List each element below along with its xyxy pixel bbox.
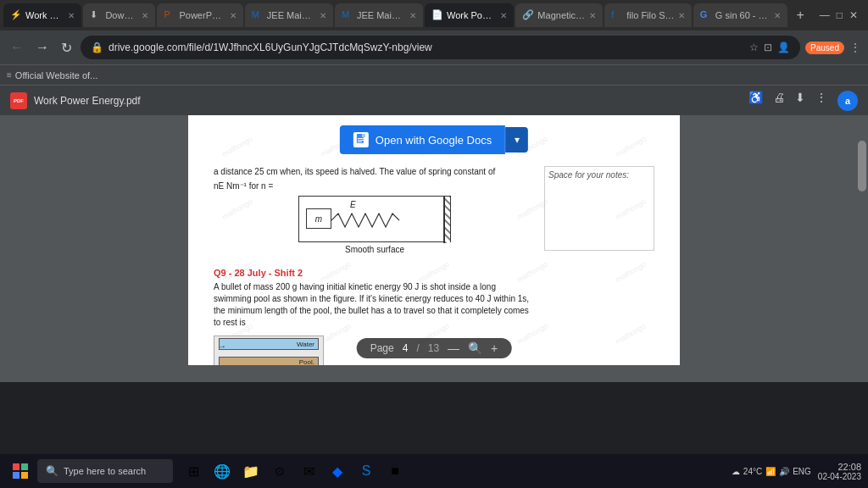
- notes-column: Space for your notes:: [544, 166, 654, 365]
- reload-button[interactable]: ↻: [58, 36, 75, 59]
- taskbar-search[interactable]: 🔍 Type here to search: [37, 459, 173, 483]
- network-icon: 📶: [765, 467, 776, 476]
- taskbar-edge[interactable]: 🌐: [209, 458, 236, 485]
- tab-close-3[interactable]: ✕: [230, 11, 236, 20]
- mass-box: m: [306, 208, 331, 229]
- tab-label-3: PowerPoint P...: [179, 10, 225, 20]
- open-gdocs-label: Open with Google Docs: [376, 134, 492, 147]
- clock-time: 22:08: [818, 462, 861, 472]
- url-bar[interactable]: 🔒 drive.google.com/file/d/1WJfhncXL6UyGu…: [81, 36, 800, 59]
- tab-close-7[interactable]: ✕: [589, 11, 596, 20]
- pool-diagram: Water Pool. →: [214, 336, 324, 365]
- tab-jee2[interactable]: M JEE Main 202... ✕: [335, 3, 423, 27]
- notes-section: Space for your notes:: [544, 166, 654, 251]
- taskbar-search-placeholder: Type here to search: [64, 466, 146, 476]
- svg-rect-1: [362, 134, 365, 137]
- download-icon[interactable]: ⬇: [795, 91, 805, 111]
- start-button[interactable]: [7, 458, 34, 485]
- pdf-content: a distance 25 cm when, its speed is halv…: [214, 132, 654, 365]
- taskbar: 🔍 Type here to search ⊞ 🌐 📁 ⊙ ✉ ◆ S ■ ☁ …: [0, 454, 868, 488]
- window-controls: — □ ✕: [813, 9, 865, 21]
- address-bar: ← → ↻ 🔒 drive.google.com/file/d/1WJfhncX…: [0, 30, 868, 64]
- tab-favicon-3: P: [164, 9, 175, 21]
- svg-rect-5: [13, 463, 19, 470]
- taskbar-app2[interactable]: ■: [381, 458, 409, 485]
- tab-label-6: Work Power E...: [447, 10, 497, 20]
- print-icon[interactable]: 🖨: [773, 91, 785, 111]
- close-button[interactable]: ✕: [849, 9, 858, 21]
- page-total: 13: [428, 342, 439, 354]
- q9-text: A bullet of mass 200 g having initial ki…: [214, 281, 536, 329]
- tab-work-power[interactable]: 📄 Work Power E... ✕: [425, 3, 514, 27]
- search-icon[interactable]: 🔍: [468, 341, 482, 355]
- q9-header: Q9 - 28 July - Shift 2: [214, 268, 536, 278]
- taskbar-dropbox[interactable]: ◆: [324, 458, 351, 485]
- new-tab-button[interactable]: +: [789, 4, 810, 26]
- google-docs-icon: [353, 132, 369, 147]
- zoom-minus-button[interactable]: —: [448, 341, 459, 355]
- pdf-main-columns: a distance 25 cm when, its speed is halv…: [214, 166, 654, 365]
- diagram-caption: Smooth surface: [345, 245, 404, 254]
- scroll-area[interactable]: mathongo mathongo mathongo mathongo math…: [0, 115, 868, 382]
- formula-line: nE Nm⁻¹ for n =: [214, 180, 536, 192]
- settings-icon[interactable]: ⋮: [849, 41, 861, 54]
- tab-close-5[interactable]: ✕: [409, 11, 416, 20]
- tab-label-4: JEE Main 202...: [267, 10, 316, 20]
- svg-rect-4: [358, 141, 362, 142]
- tab-favicon-4: M: [252, 9, 264, 21]
- tab-close-8[interactable]: ✕: [678, 11, 685, 20]
- taskbar-file-explorer[interactable]: 📁: [237, 458, 264, 485]
- open-with-google-docs-button[interactable]: Open with Google Docs: [340, 125, 505, 154]
- tab-favicon-5: M: [342, 9, 353, 21]
- tab-close-2[interactable]: ✕: [142, 11, 148, 20]
- taskbar-app1[interactable]: S: [353, 458, 380, 485]
- open-gdocs-dropdown[interactable]: ▾: [505, 127, 528, 152]
- browser-window: ⚡ Work Energy ✕ ⬇ Downloads ✕ P PowerPoi…: [0, 0, 868, 488]
- accessibility-icon[interactable]: ♿: [748, 91, 763, 111]
- tab-filo[interactable]: f filo Filo Student ✕: [604, 3, 692, 27]
- scrollbar-thumb[interactable]: [858, 141, 866, 191]
- tab-work-energy[interactable]: ⚡ Work Energy ✕: [3, 3, 81, 27]
- tab-label-7: Magnetic Effe...: [537, 10, 586, 20]
- star-icon[interactable]: ☆: [749, 42, 759, 53]
- tab-powerpoint[interactable]: P PowerPoint P... ✕: [157, 3, 242, 27]
- tab-favicon-6: 📄: [431, 9, 443, 21]
- tab-google[interactable]: G G sin 60 - Goog... ✕: [693, 3, 788, 27]
- back-button[interactable]: ←: [7, 36, 27, 58]
- scrollbar[interactable]: [856, 115, 868, 382]
- bookmark-item[interactable]: Official Website of...: [15, 70, 97, 80]
- cast-icon[interactable]: ⊡: [764, 42, 772, 53]
- tab-close-1[interactable]: ✕: [68, 11, 75, 20]
- zoom-plus-button[interactable]: +: [491, 341, 498, 355]
- forward-button[interactable]: →: [32, 36, 53, 58]
- tab-favicon-9: G: [700, 9, 712, 21]
- tab-close-6[interactable]: ✕: [500, 11, 507, 20]
- temperature: 24°C: [743, 467, 762, 476]
- tab-magnetic[interactable]: 🔗 Magnetic Effe... ✕: [515, 3, 603, 27]
- taskbar-search-icon: 🔍: [46, 465, 58, 477]
- pool-label: Pool.: [299, 358, 314, 365]
- bookmarks-bar: ≡ Official Website of...: [0, 64, 868, 85]
- profile-icon[interactable]: 👤: [777, 42, 790, 53]
- svg-rect-7: [13, 472, 19, 479]
- tab-jee1[interactable]: M JEE Main 202... ✕: [245, 3, 333, 27]
- water-section: Water: [219, 338, 319, 350]
- taskbar-mail[interactable]: ✉: [295, 458, 322, 485]
- taskbar-chrome[interactable]: ⊙: [266, 458, 293, 485]
- maximize-button[interactable]: □: [837, 9, 843, 21]
- pdf-header-icons: ♿ 🖨 ⬇ ⋮ a: [748, 91, 858, 111]
- svg-rect-2: [358, 138, 364, 139]
- tab-downloads[interactable]: ⬇ Downloads ✕: [83, 3, 155, 27]
- minimize-button[interactable]: —: [820, 9, 830, 21]
- tab-label-5: JEE Main 202...: [357, 10, 406, 20]
- more-options-icon[interactable]: ⋮: [815, 91, 827, 111]
- taskbar-clock[interactable]: 22:08 02-04-2023: [818, 462, 861, 481]
- account-avatar[interactable]: a: [837, 91, 858, 111]
- open-gdocs-container: Open with Google Docs ▾: [340, 125, 528, 154]
- lang-indicator: ENG: [793, 467, 811, 476]
- diagram-box: E m: [298, 196, 451, 242]
- tab-close-4[interactable]: ✕: [320, 11, 326, 20]
- taskbar-task-view[interactable]: ⊞: [180, 458, 207, 485]
- tab-close-9[interactable]: ✕: [774, 11, 781, 20]
- tab-favicon-1: ⚡: [10, 9, 22, 21]
